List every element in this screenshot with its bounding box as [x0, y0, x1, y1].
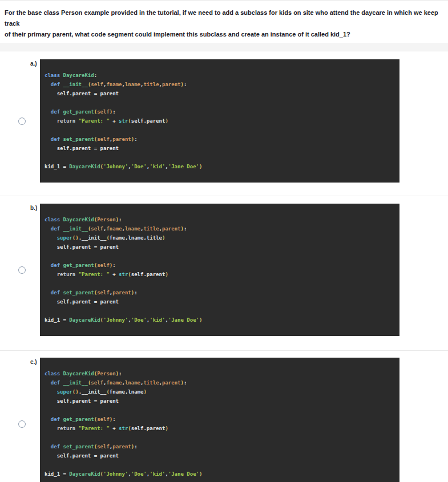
answer-option-a: a.) class DaycareKid: def __init__(self,… [0, 51, 448, 196]
code-line: kid_1 = DaycareKid('Johnny','Doe','kid',… [45, 469, 395, 479]
option-b-body: b.) class DaycareKid(Person): def __init… [40, 204, 399, 336]
option-b-label: b.) [30, 205, 37, 211]
code-line: kid_1 = DaycareKid('Johnny','Doe','kid',… [45, 162, 395, 171]
question-text-line1: For the base class Person example provid… [5, 7, 443, 29]
code-line: def __init__(self,fname,lname,title,pare… [45, 80, 395, 89]
code-line [45, 279, 395, 288]
option-c-radio-button[interactable] [18, 420, 26, 428]
code-line: class DaycareKid(Person): [45, 215, 395, 224]
code-line: class DaycareKid: [45, 71, 395, 80]
code-line [45, 306, 395, 315]
code-line: self.parent = parent [45, 297, 395, 306]
question-text-line2: of their primary parent, what code segme… [5, 29, 443, 40]
option-c-code-block: class DaycareKid(Person): def __init__(s… [40, 358, 399, 482]
code-line: def set_parent(self,parent): [45, 135, 395, 144]
code-line: self.parent = parent [45, 396, 395, 406]
answer-option-b: b.) class DaycareKid(Person): def __init… [0, 196, 448, 351]
option-a-radio-button[interactable] [18, 118, 26, 125]
answer-options: a.) class DaycareKid: def __init__(self,… [0, 51, 448, 482]
code-line: kid_1 = DaycareKid('Johnny','Doe','kid',… [45, 315, 395, 325]
option-a-code-block: class DaycareKid: def __init__(self,fnam… [40, 59, 399, 183]
code-line: return "Parent: " + str(self.parent) [45, 116, 395, 125]
code-line: self.parent = parent [45, 242, 395, 252]
code-line: self.parent = parent [45, 144, 395, 153]
code-line [45, 252, 395, 261]
code-line [45, 125, 395, 135]
code-line: return "Parent: " + str(self.parent) [45, 424, 395, 433]
option-c-body: c.) class DaycareKid(Person): def __init… [40, 358, 399, 482]
code-line: def get_parent(self): [45, 107, 395, 116]
code-line: return "Parent: " + str(self.parent) [45, 270, 395, 279]
option-c-radio-column [0, 358, 40, 482]
code-line: class DaycareKid(Person): [45, 369, 395, 378]
code-line: super().__init__(fname,lname,title) [45, 233, 395, 242]
section-divider-strip [0, 43, 448, 51]
code-line: self.parent = parent [45, 451, 395, 460]
option-a-body: a.) class DaycareKid: def __init__(self,… [40, 59, 399, 183]
code-line: def set_parent(self,parent): [45, 288, 395, 297]
code-line [45, 433, 395, 442]
code-line [45, 98, 395, 107]
option-b-code-block: class DaycareKid(Person): def __init__(s… [40, 204, 399, 336]
code-line [45, 460, 395, 469]
code-line: self.parent = parent [45, 89, 395, 98]
code-line: def get_parent(self): [45, 415, 395, 424]
code-line: def set_parent(self,parent): [45, 442, 395, 451]
code-line: def __init__(self,fname,lname,title,pare… [45, 378, 395, 387]
code-line: super().__init__(fname,lname) [45, 387, 395, 396]
code-line [45, 406, 395, 415]
code-line: def __init__(self,fname,lname,title,pare… [45, 224, 395, 233]
option-b-radio-column [0, 204, 40, 336]
answer-option-c: c.) class DaycareKid(Person): def __init… [0, 351, 448, 482]
option-b-radio-button[interactable] [18, 266, 26, 274]
code-line: def get_parent(self): [45, 261, 395, 270]
question-section: For the base class Person example provid… [0, 1, 448, 40]
option-a-radio-column [0, 59, 40, 183]
code-line [45, 153, 395, 162]
option-a-label: a.) [30, 60, 37, 67]
option-c-label: c.) [30, 359, 37, 365]
